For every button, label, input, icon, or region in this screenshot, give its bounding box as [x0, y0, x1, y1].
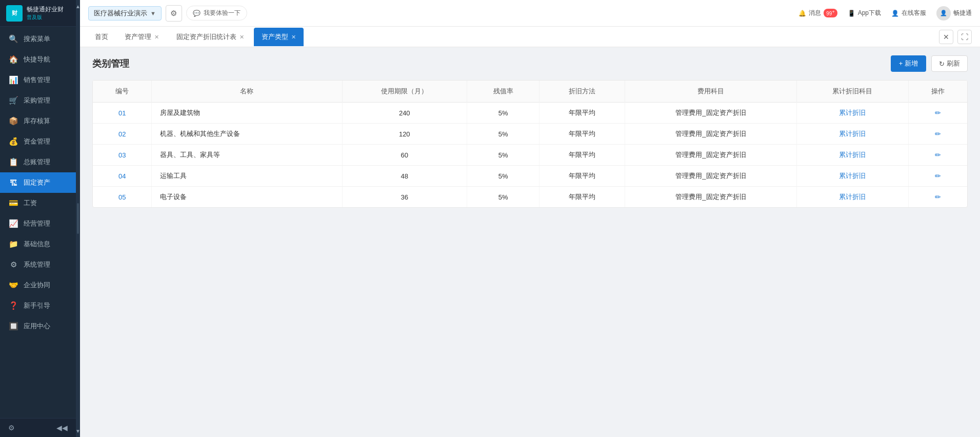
guide-icon: ❓ — [8, 301, 18, 311]
scroll-thumb-area — [77, 10, 79, 427]
tab-asset-mgmt-close[interactable]: ✕ — [154, 34, 159, 41]
sidebar-item-ledger[interactable]: 📋 总账管理 — [0, 152, 76, 172]
cell-residual: 5% — [467, 103, 539, 124]
cell-edit[interactable]: ✏ — [908, 166, 967, 187]
table-row: 05 电子设备 36 5% 年限平均 管理费用_固定资产折旧 累计折旧 ✏ — [93, 187, 967, 208]
tab-depreciation-stat-label: 固定资产折旧统计表 — [176, 32, 236, 42]
sidebar-item-finance[interactable]: 💰 资金管理 — [0, 131, 76, 152]
message-action[interactable]: 🔔 消息 99+ — [798, 9, 837, 17]
cell-edit[interactable]: ✏ — [908, 124, 967, 145]
app-download-label: App下载 — [858, 9, 881, 17]
logo-icon: 财 — [6, 5, 23, 22]
main-content: 医疗器械行业演示 ▼ ⚙ 💬 我要体验一下 🔔 消息 99+ 📱 App下载 — [80, 0, 980, 437]
tab-asset-type-close[interactable]: ✕ — [291, 34, 296, 41]
col-id: 编号 — [93, 81, 152, 103]
edit-icon[interactable]: ✏ — [935, 151, 941, 159]
sidebar-item-app-center[interactable]: 🔲 应用中心 — [0, 316, 76, 336]
tabbar-expand-button[interactable]: ⛶ — [957, 30, 972, 44]
tab-asset-type-label: 资产类型 — [262, 32, 288, 42]
tab-depreciation-stat-close[interactable]: ✕ — [239, 34, 244, 41]
cell-method: 年限平均 — [539, 166, 625, 187]
sidebar-item-sales[interactable]: 📊 销售管理 — [0, 70, 76, 90]
cell-id: 02 — [93, 124, 152, 145]
tab-asset-mgmt-label: 资产管理 — [125, 32, 151, 42]
new-button[interactable]: + 新增 — [891, 55, 926, 72]
refresh-icon: ↻ — [939, 60, 945, 68]
sidebar-item-cooperation[interactable]: 🤝 企业协同 — [0, 275, 76, 295]
message-badge: 99+ — [824, 9, 837, 17]
tab-depreciation-stat[interactable]: 固定资产折旧统计表 ✕ — [169, 28, 252, 46]
experience-button[interactable]: 💬 我要体验一下 — [186, 6, 247, 21]
tab-asset-type[interactable]: 资产类型 ✕ — [254, 28, 304, 46]
sidebar-item-ops[interactable]: 📈 经营管理 — [0, 213, 76, 234]
sidebar-item-label: 新手引导 — [24, 301, 50, 310]
sidebar-item-label: 应用中心 — [24, 322, 50, 331]
sidebar-item-label: 库存核算 — [24, 116, 50, 126]
footer-settings-icon[interactable]: ⚙ — [8, 424, 15, 432]
sidebar-item-label: 快捷导航 — [24, 55, 50, 64]
table-body: 01 房屋及建筑物 240 5% 年限平均 管理费用_固定资产折旧 累计折旧 ✏… — [93, 103, 967, 208]
cell-edit[interactable]: ✏ — [908, 103, 967, 124]
sidebar-item-quick-nav[interactable]: 🏠 快捷导航 — [0, 49, 76, 70]
col-accumulated: 累计折旧科目 — [796, 81, 908, 103]
system-icon: ⚙ — [8, 260, 18, 270]
tab-home[interactable]: 首页 — [88, 28, 115, 46]
cell-edit[interactable]: ✏ — [908, 145, 967, 166]
tabbar-close-button[interactable]: ✕ — [939, 30, 953, 44]
sidebar-item-fixed-assets[interactable]: 🏗 固定资产 — [0, 172, 76, 193]
sidebar-scrollbar: ▲ ▼ — [76, 0, 80, 437]
sidebar-item-label: 销售管理 — [24, 75, 50, 85]
cell-id: 03 — [93, 145, 152, 166]
topbar-settings-button[interactable]: ⚙ — [166, 5, 182, 22]
cell-edit[interactable]: ✏ — [908, 187, 967, 208]
app-selector[interactable]: 医疗器械行业演示 ▼ — [88, 6, 162, 21]
table-row: 02 机器、机械和其他生产设备 120 5% 年限平均 管理费用_固定资产折旧 … — [93, 124, 967, 145]
cell-name: 电子设备 — [152, 187, 342, 208]
home-icon: 🏠 — [8, 54, 18, 65]
sidebar-logo: 财 畅捷通好业财 普及版 — [0, 0, 76, 27]
edit-icon[interactable]: ✏ — [935, 193, 941, 201]
service-icon: 👤 — [891, 10, 899, 17]
sidebar-item-label: 资金管理 — [24, 137, 50, 146]
sidebar-menu: 🔍 搜索菜单 🏠 快捷导航 📊 销售管理 🛒 采购管理 📦 库存核算 💰 资金管… — [0, 27, 76, 418]
category-table: 编号 名称 使用期限（月） 残值率 折旧方法 费用科目 累计折旧科目 操作 01… — [93, 81, 967, 207]
sidebar-item-system[interactable]: ⚙ 系统管理 — [0, 254, 76, 275]
sidebar-item-search[interactable]: 🔍 搜索菜单 — [0, 29, 76, 49]
cell-residual: 5% — [467, 145, 539, 166]
edit-icon[interactable]: ✏ — [935, 130, 941, 138]
logo-text-block: 畅捷通好业财 普及版 — [27, 5, 64, 21]
cell-method: 年限平均 — [539, 124, 625, 145]
logo-name: 畅捷通好业财 — [27, 5, 64, 14]
sidebar-item-label: 搜索菜单 — [24, 34, 50, 44]
cell-expense: 管理费用_固定资产折旧 — [625, 103, 796, 124]
table-header: 编号 名称 使用期限（月） 残值率 折旧方法 费用科目 累计折旧科目 操作 — [93, 81, 967, 103]
cell-period: 60 — [342, 145, 467, 166]
tab-asset-mgmt[interactable]: 资产管理 ✕ — [117, 28, 167, 46]
cell-method: 年限平均 — [539, 187, 625, 208]
cell-name: 房屋及建筑物 — [152, 103, 342, 124]
user-profile[interactable]: 👤 畅捷通 — [936, 6, 972, 21]
app-download-action[interactable]: 📱 App下载 — [848, 9, 881, 17]
online-service-label: 在线客服 — [902, 9, 926, 17]
cell-residual: 5% — [467, 187, 539, 208]
experience-label: 我要体验一下 — [204, 9, 241, 17]
message-icon: 🔔 — [798, 10, 806, 17]
sidebar-item-basics[interactable]: 📁 基础信息 — [0, 234, 76, 254]
sidebar-item-payroll[interactable]: 💳 工资 — [0, 193, 76, 213]
edit-icon[interactable]: ✏ — [935, 172, 941, 180]
refresh-button[interactable]: ↻ 刷新 — [931, 55, 968, 72]
edit-icon[interactable]: ✏ — [935, 109, 941, 117]
sidebar-item-purchase[interactable]: 🛒 采购管理 — [0, 90, 76, 111]
app-center-icon: 🔲 — [8, 321, 18, 331]
category-table-container: 编号 名称 使用期限（月） 残值率 折旧方法 费用科目 累计折旧科目 操作 01… — [92, 80, 968, 208]
sidebar-item-label: 工资 — [24, 198, 37, 208]
footer-collapse-icon[interactable]: ◀◀ — [56, 424, 68, 432]
sidebar-item-inventory[interactable]: 📦 库存核算 — [0, 111, 76, 131]
cell-name: 机器、机械和其他生产设备 — [152, 124, 342, 145]
ledger-icon: 📋 — [8, 157, 18, 167]
topbar-left: 医疗器械行业演示 ▼ ⚙ 💬 我要体验一下 — [88, 5, 247, 22]
sidebar-item-guide[interactable]: ❓ 新手引导 — [0, 295, 76, 316]
online-service-action[interactable]: 👤 在线客服 — [891, 9, 926, 17]
cooperation-icon: 🤝 — [8, 280, 18, 290]
finance-icon: 💰 — [8, 136, 18, 147]
